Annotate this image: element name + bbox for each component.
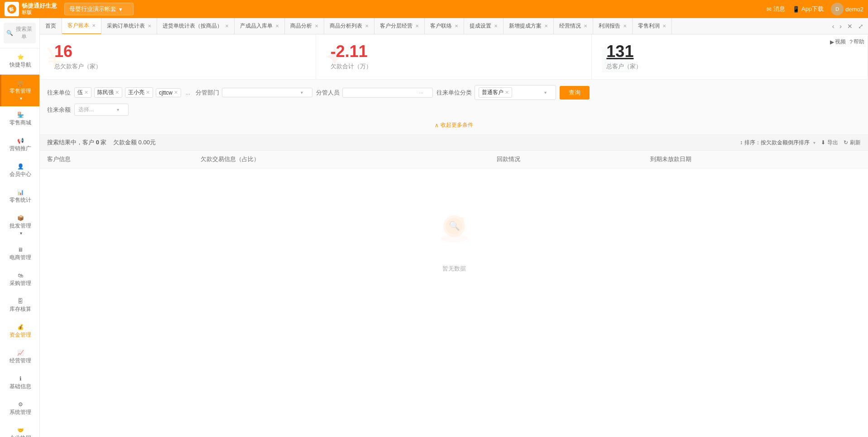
tab-raise-settings[interactable]: 提成设置 ✕ <box>464 18 504 34</box>
sidebar-item-retail-mgmt[interactable]: 🛒 零售管理 ▾ <box>0 75 39 106</box>
refresh-button[interactable]: ↻ 刷新 <box>844 139 861 147</box>
marketing-icon: 📢 <box>17 138 24 144</box>
ecommerce-icon: 🖥 <box>18 247 23 253</box>
sidebar-item-basic-info[interactable]: ℹ 基础信息 <box>0 370 39 396</box>
sidebar-item-retail-mall[interactable]: 🏪 零售商城 <box>0 106 39 132</box>
sort-icon: ↕ <box>740 139 743 146</box>
tab-close-retail-profit[interactable]: ✕ <box>662 24 666 28</box>
dept-chevron-down-icon: ▾ <box>301 90 303 95</box>
search-menu-button[interactable]: 🔍 搜索菜单 <box>4 23 36 43</box>
tab-scroll-right[interactable]: › <box>838 22 844 31</box>
sidebar-item-finance[interactable]: 💰 资金管理 <box>0 318 39 344</box>
filter-row-2: 往来余额 选择... ▾ <box>47 104 861 116</box>
sidebar-item-retail-stats[interactable]: 📊 零售统计 <box>0 184 39 209</box>
play-icon: ▶ <box>830 39 834 45</box>
tab-close-all[interactable]: ✕ <box>845 22 854 31</box>
query-button[interactable]: 查询 <box>560 86 590 100</box>
tab-product-analysis[interactable]: 商品分析 ✕ <box>285 18 324 34</box>
tab-close-profit-report[interactable]: ✕ <box>623 24 627 28</box>
sidebar-item-wholesale[interactable]: 📦 批发管理 ▾ <box>0 209 39 241</box>
remove-tag-4[interactable]: ✕ <box>174 90 178 95</box>
search-icon: 🔍 <box>6 30 13 36</box>
sidebar-item-member[interactable]: 👤 会员中心 <box>0 158 39 184</box>
stats-icon: 📊 <box>17 189 24 195</box>
tab-customer-contact[interactable]: 客户联络 ✕ <box>425 18 464 34</box>
balance-chevron-down-icon: ▾ <box>117 107 119 112</box>
category-select[interactable]: 普通客户 ✕ ▾ <box>475 85 556 100</box>
tab-close-raise-settings[interactable]: ✕ <box>494 24 498 28</box>
remove-category-tag[interactable]: ✕ <box>505 90 509 95</box>
sidebar-item-ops[interactable]: 📈 经营管理 <box>0 344 39 370</box>
person-filter: 分管人员 ··· <box>316 88 433 98</box>
stats-bar: ¥ 16 总欠款客户（家） ✦ -2.11 欠款合计（万） 🏢 131 总客户（… <box>40 34 868 80</box>
tab-close-inbound-stats[interactable]: ✕ <box>225 24 229 28</box>
result-summary: 搜索结果中，客户 0 家 欠款金额 0.00元 <box>47 138 156 147</box>
tab-profit-report[interactable]: 利润报告 ✕ <box>593 18 633 34</box>
top-bar-actions: ✉ 消息 📱 App下载 D demo2 <box>767 3 863 15</box>
user-action[interactable]: D demo2 <box>831 3 863 15</box>
category-label: 往来单位分类 <box>436 89 472 97</box>
tab-customer-segment[interactable]: 客户分层经营 ✕ <box>374 18 425 34</box>
collapse-filters-button[interactable]: ∧ 收起更多条件 <box>433 119 475 131</box>
tab-scroll-left[interactable]: ‹ <box>830 22 836 31</box>
person-select[interactable]: ··· <box>342 88 433 98</box>
tab-home[interactable]: 首页 <box>40 18 62 34</box>
tab-close-product-analysis-list[interactable]: ✕ <box>365 24 369 28</box>
video-help[interactable]: ▶ 视频 <box>830 38 846 46</box>
tab-close-product-analysis[interactable]: ✕ <box>315 24 318 28</box>
export-button[interactable]: ⬇ 导出 <box>821 139 838 147</box>
ops-icon: 📈 <box>17 350 24 356</box>
tab-product-analysis-list[interactable]: 商品分析列表 ✕ <box>324 18 374 34</box>
stat-help-area: ▶ 视频 ? 帮助 <box>830 38 864 46</box>
tab-close-new-raise-plan[interactable]: ✕ <box>544 24 548 28</box>
sidebar-item-quick-nav[interactable]: ⭐ 零售管理 快捷导航 <box>0 48 39 74</box>
message-icon: ✉ <box>767 6 772 13</box>
tab-ops-situation[interactable]: 经营情况 ✕ <box>554 18 593 34</box>
sidebar-item-purchase[interactable]: 🛍 采购管理 <box>0 267 39 293</box>
result-bar-right: ↕ 排序：按欠款金额倒序排序 ▾ ⬇ 导出 ↻ 刷新 <box>740 139 861 147</box>
message-action[interactable]: ✉ 消息 <box>767 5 785 13</box>
tab-production-inbound[interactable]: 产成品入库单 ✕ <box>235 18 285 34</box>
help-action[interactable]: ? 帮助 <box>849 38 864 46</box>
tab-inbound-stats[interactable]: 进货单统计表（按商品） ✕ <box>157 18 235 34</box>
purchase-icon: 🛍 <box>18 272 23 279</box>
page-content: ¥ 16 总欠款客户（家） ✦ -2.11 欠款合计（万） 🏢 131 总客户（… <box>40 34 868 437</box>
dept-select[interactable]: ▾ <box>222 88 312 97</box>
filter-more-tags[interactable]: ... <box>184 89 192 97</box>
sidebar-item-marketing[interactable]: 📢 营销推广 <box>0 132 39 158</box>
filter-tag-1: 伍 ✕ <box>74 87 91 98</box>
app-download-action[interactable]: 📱 App下载 <box>792 5 824 13</box>
tab-close-ops-situation[interactable]: ✕ <box>584 24 587 28</box>
tab-close-customer-accounts[interactable]: ✕ <box>92 23 96 28</box>
sort-selector[interactable]: ↕ 排序：按欠款金额倒序排序 ▾ <box>740 139 815 147</box>
category-chevron-down-icon: ▾ <box>544 90 547 95</box>
sidebar-item-inventory[interactable]: 🗄 库存核算 <box>0 293 39 318</box>
balance-select[interactable]: 选择... ▾ <box>74 104 129 116</box>
tab-retail-profit[interactable]: 零售利润 ✕ <box>633 18 672 34</box>
tab-new-raise-plan[interactable]: 新增提成方案 ✕ <box>504 18 554 34</box>
tab-close-customer-segment[interactable]: ✕ <box>415 24 419 28</box>
empty-state: 🔍 暂无数据 <box>40 168 868 309</box>
tab-close-purchase-stats[interactable]: ✕ <box>148 24 151 28</box>
tab-close-production-inbound[interactable]: ✕ <box>275 24 279 28</box>
remove-tag-3[interactable]: ✕ <box>146 90 150 95</box>
col-customer-info: 客户信息 <box>40 151 193 168</box>
member-icon: 👤 <box>17 163 24 170</box>
sidebar-item-system[interactable]: ⚙ 系统管理 <box>0 396 39 422</box>
tab-close-customer-contact[interactable]: ✕ <box>455 24 458 28</box>
svg-text:畅: 畅 <box>9 7 14 12</box>
logo-icon: 畅 <box>5 2 19 16</box>
tab-customer-accounts[interactable]: 客户账本 ✕ <box>62 18 101 34</box>
inventory-icon: 🗄 <box>18 298 23 304</box>
sidebar-item-enterprise-coop[interactable]: 🤝 企业协同 <box>0 422 39 437</box>
remove-tag-2[interactable]: ✕ <box>115 90 119 95</box>
tab-purchase-stats[interactable]: 采购订单统计表 ✕ <box>101 18 157 34</box>
sort-chevron-down-icon: ▾ <box>813 140 815 145</box>
remove-tag-1[interactable]: ✕ <box>84 90 88 95</box>
account-selector[interactable]: 母婴行业演示帐套 ▾ <box>64 3 134 15</box>
export-icon: ⬇ <box>821 139 825 146</box>
stat-total-customers-count: 🏢 131 总客户（家） <box>592 34 868 79</box>
filter-tag-4: cjttcw ✕ <box>156 88 181 97</box>
sidebar-item-ecommerce[interactable]: 🖥 电商管理 <box>0 241 39 267</box>
tab-maximize[interactable]: ⤢ <box>856 22 865 31</box>
